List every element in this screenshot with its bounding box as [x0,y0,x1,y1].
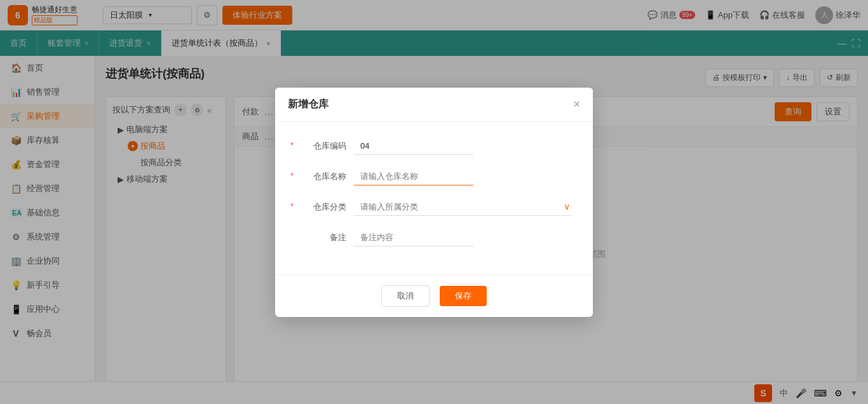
name-input[interactable] [354,168,473,185]
modal-close-button[interactable]: × [573,98,580,111]
save-button[interactable]: 保存 [440,286,487,306]
category-label: 仓库分类 [295,201,346,213]
modal-footer: 取消 保存 [275,274,593,317]
modal-title: 新增仓库 [288,98,329,111]
form-row-code: 仓库编码 [295,137,573,155]
name-label: 仓库名称 [295,171,346,182]
form-row-category: 仓库分类 ∨ [295,198,573,216]
category-select-wrapper: ∨ [354,198,573,216]
name-input-wrapper [354,168,573,185]
modal-overlay: 新增仓库 × 仓库编码 仓库名称 仓库分类 [0,0,868,404]
form-row-name: 仓库名称 [295,168,573,185]
code-input-wrapper [354,137,573,155]
add-warehouse-modal: 新增仓库 × 仓库编码 仓库名称 仓库分类 [275,88,593,317]
modal-body: 仓库编码 仓库名称 仓库分类 ∨ [275,122,593,274]
category-input[interactable] [354,198,564,215]
category-dropdown-icon[interactable]: ∨ [564,201,573,212]
form-row-note: 备注 [295,229,573,246]
code-input[interactable] [354,137,473,155]
note-input-wrapper [354,229,573,246]
note-input[interactable] [354,229,473,246]
code-label: 仓库编码 [295,140,346,152]
note-label: 备注 [295,232,346,243]
cancel-button[interactable]: 取消 [381,285,430,307]
modal-header: 新增仓库 × [275,88,593,122]
